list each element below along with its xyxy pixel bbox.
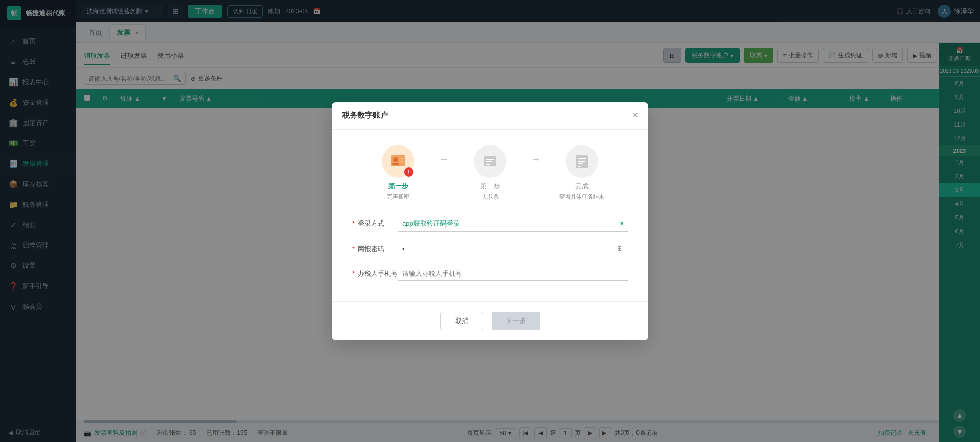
required-star-3: *: [352, 269, 355, 277]
next-button[interactable]: 下一步: [492, 312, 540, 330]
modal-footer: 取消 下一步: [332, 301, 648, 340]
svg-rect-3: [400, 158, 404, 159]
step-2: 第二步 去取票: [459, 145, 521, 201]
step-1-icon-wrap: !: [382, 145, 414, 178]
step-3-sublabel: 查看具体任务结果: [559, 193, 604, 201]
modal-title: 税务数字账户: [342, 111, 388, 120]
modal-header: 税务数字账户 ×: [332, 102, 648, 130]
password-label: * 网报密码: [352, 244, 398, 254]
required-star-2: *: [352, 245, 355, 253]
login-method-chevron-icon: ▾: [620, 219, 624, 227]
step-1-sublabel: 完善账密: [387, 193, 409, 201]
step-1-icon: [389, 152, 407, 170]
tax-digital-modal: 税务数字账户 × ! 第一步 完善账密: [332, 102, 648, 340]
step-arrow-1: →: [429, 153, 459, 165]
password-row: * 网报密码 👁: [352, 242, 628, 256]
step-3-label: 完成: [575, 182, 589, 191]
svg-rect-2: [392, 163, 399, 165]
phone-row: * 办税人手机号: [352, 266, 628, 281]
step-3-icon-wrap: [566, 145, 598, 178]
phone-label: * 办税人手机号: [352, 269, 398, 278]
password-eye-icon[interactable]: 👁: [616, 244, 624, 254]
step-3-icon: [573, 152, 591, 170]
step-2-icon: [481, 152, 499, 170]
login-method-value: app获取验证码登录: [402, 219, 460, 228]
login-method-row: * 登录方式 app获取验证码登录 ▾: [352, 216, 628, 232]
step-arrow-2: →: [521, 153, 551, 165]
svg-rect-4: [400, 161, 403, 162]
step-1: ! 第一步 完善账密: [368, 145, 429, 201]
step-2-sublabel: 去取票: [482, 193, 499, 201]
modal-close-btn[interactable]: ×: [632, 110, 638, 121]
step-2-icon-wrap: [474, 145, 506, 178]
cancel-button[interactable]: 取消: [440, 312, 483, 330]
phone-input[interactable]: [398, 266, 628, 281]
svg-rect-13: [578, 166, 581, 167]
steps-container: ! 第一步 完善账密 → 第二步 去取票: [332, 130, 648, 211]
step-3: 完成 查看具体任务结果: [551, 145, 612, 201]
svg-point-1: [393, 157, 398, 162]
modal-overlay: 税务数字账户 × ! 第一步 完善账密: [0, 0, 980, 442]
modal-form: * 登录方式 app获取验证码登录 ▾ * 网报密码 👁: [332, 211, 648, 301]
step-2-label: 第二步: [480, 182, 500, 191]
step-1-badge: !: [404, 167, 413, 177]
step-1-label: 第一步: [388, 182, 408, 191]
login-method-select[interactable]: app获取验证码登录 ▾: [398, 216, 628, 232]
password-input[interactable]: [398, 242, 628, 256]
required-star-1: *: [352, 219, 355, 227]
login-method-label: * 登录方式: [352, 219, 398, 228]
